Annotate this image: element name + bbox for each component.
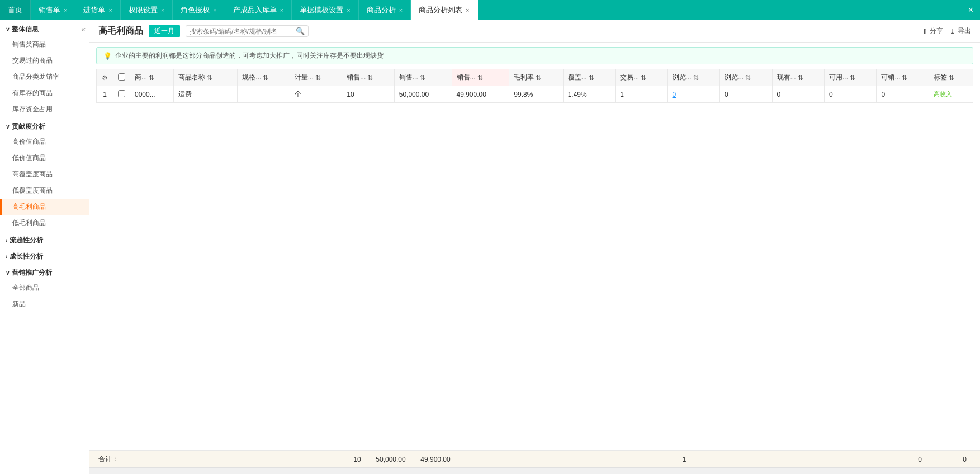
col-spec[interactable]: 规格...⇅ (238, 69, 290, 86)
footer-sales-amount: 50,000.00 (366, 456, 410, 463)
row-available-stock: 0 (825, 86, 877, 103)
sidebar-item-high-value[interactable]: 高价值商品 (0, 134, 89, 150)
nav-analysis[interactable]: 商品分析 × (359, 0, 411, 20)
data-table: ⚙ 商...⇅ 商品名称⇅ 规 (96, 69, 973, 103)
arrow-growth: › (6, 254, 7, 260)
col-unit[interactable]: 计量...⇅ (290, 69, 342, 86)
search-input[interactable] (190, 27, 296, 35)
sidebar-item-in-stock[interactable]: 有库存的商品 (0, 85, 89, 101)
info-banner: 💡 企业的主要的利润都是这部分商品创造的，可考虑加大推广，同时关注库存是不要出现… (96, 47, 973, 64)
info-text: 企业的主要的利润都是这部分商品创造的，可考虑加大推广，同时关注库存是不要出现缺货 (115, 51, 384, 60)
sidebar-item-category-rate[interactable]: 商品分类助销率 (0, 69, 89, 85)
row-index: 1 (97, 86, 113, 103)
row-unit: 个 (290, 86, 342, 103)
close-analysis-list[interactable]: × (466, 7, 469, 13)
close-all-tabs[interactable]: × (962, 0, 980, 20)
col-current-stock[interactable]: 现有...⇅ (772, 69, 824, 86)
close-template[interactable]: × (347, 7, 350, 13)
sidebar-item-low-coverage[interactable]: 低覆盖度商品 (0, 182, 89, 199)
close-purchase[interactable]: × (108, 7, 112, 13)
nav-analysis-list[interactable]: 商品分析列表 × (411, 0, 477, 20)
footer-current-stock: 0 (882, 456, 926, 463)
footer-label: 合计： (98, 454, 119, 464)
close-permissions[interactable]: × (161, 7, 164, 13)
col-available-stock[interactable]: 可用...⇅ (825, 69, 877, 86)
col-transaction[interactable]: 交易...⇅ (616, 69, 667, 86)
arrow-overall: ∨ (6, 26, 10, 32)
col-browse2[interactable]: 浏览...⇅ (720, 69, 772, 86)
nav-home[interactable]: 首页 (0, 0, 31, 20)
sidebar-item-new-goods[interactable]: 新品 (0, 296, 89, 312)
footer-available-stock: 0 (926, 456, 971, 463)
sidebar-collapse-btn[interactable]: « (81, 25, 86, 34)
sidebar-item-high-coverage[interactable]: 高覆盖度商品 (0, 166, 89, 182)
sidebar-group-trend[interactable]: › 流趋性分析 (0, 231, 89, 247)
close-analysis[interactable]: × (399, 7, 403, 13)
main-layout: « ∨ 整体信息 销售类商品 交易过的商品 商品分类助销率 有库存的商品 库存资… (0, 20, 980, 474)
nav-sales[interactable]: 销售单 × (31, 0, 75, 20)
footer-sales-qty: 10 (321, 456, 366, 463)
search-box: 🔍 (186, 25, 309, 37)
sidebar-group-contribution[interactable]: ∨ 贡献度分析 (0, 118, 89, 134)
sidebar-group-growth[interactable]: › 成长性分析 (0, 247, 89, 264)
sidebar-item-high-margin[interactable]: 高毛利商品 (0, 199, 89, 215)
close-warehouse[interactable]: × (280, 7, 283, 13)
sidebar-group-overall[interactable]: ∨ 整体信息 (0, 20, 89, 36)
horizontal-scrollbar[interactable] (89, 467, 980, 474)
row-select-checkbox[interactable] (118, 90, 125, 97)
info-icon: 💡 (103, 52, 112, 60)
tag-label: 高收入 (934, 91, 952, 97)
sidebar-item-low-margin[interactable]: 低毛利商品 (0, 215, 89, 231)
row-sales-profit: 49,900.00 (452, 86, 509, 103)
nav-purchase[interactable]: 进货单 × (75, 0, 120, 20)
row-transaction: 1 (616, 86, 667, 103)
content-header: 高毛利商品 近一月 🔍 ⬆ 分享 ⤓ 导出 (89, 20, 980, 43)
table-header-row: ⚙ 商...⇅ 商品名称⇅ 规 (97, 69, 973, 86)
share-icon: ⬆ (922, 27, 927, 35)
col-sales-qty[interactable]: 销售...⇅ (342, 69, 394, 86)
row-coverage: 1.49% (563, 86, 615, 103)
arrow-contribution: ∨ (6, 124, 10, 130)
nav-permissions[interactable]: 权限设置 × (121, 0, 173, 20)
close-roles[interactable]: × (213, 7, 216, 13)
search-icon[interactable]: 🔍 (296, 27, 305, 35)
col-settings[interactable]: ⚙ (97, 69, 113, 86)
row-current-stock: 0 (772, 86, 824, 103)
row-checkbox (113, 86, 130, 103)
col-code[interactable]: 商...⇅ (130, 69, 174, 86)
nav-warehouse[interactable]: 产成品入库单 × (225, 0, 292, 20)
row-sales-amount: 50,000.00 (394, 86, 452, 103)
sidebar-item-low-value[interactable]: 低价值商品 (0, 150, 89, 166)
sidebar-item-all-goods[interactable]: 全部商品 (0, 280, 89, 296)
arrow-trend: › (6, 237, 7, 243)
row-gross-rate: 99.8% (509, 86, 563, 103)
row-tag: 高收入 (929, 86, 973, 103)
col-checkbox (113, 69, 130, 86)
col-tag[interactable]: 标签⇅ (929, 69, 973, 86)
top-nav: 首页 销售单 × 进货单 × 权限设置 × 角色授权 × 产成品入库单 × 单据… (0, 0, 980, 20)
row-browse1[interactable]: 0 (667, 86, 719, 103)
col-sales-amount[interactable]: 销售...⇅ (394, 69, 452, 86)
col-sales-profit[interactable]: 销售...⇅ (452, 69, 509, 86)
col-gross-rate[interactable]: 毛利率⇅ (509, 69, 563, 86)
sidebar-item-sales-goods[interactable]: 销售类商品 (0, 36, 89, 53)
col-browse1[interactable]: 浏览...⇅ (667, 69, 719, 86)
nav-roles[interactable]: 角色授权 × (173, 0, 225, 20)
sidebar-group-marketing[interactable]: ∨ 营销推广分析 (0, 264, 89, 280)
header-actions: ⬆ 分享 ⤓ 导出 (922, 26, 971, 36)
filter-recent-month-btn[interactable]: 近一月 (149, 25, 180, 37)
select-all-checkbox[interactable] (118, 73, 125, 81)
sidebar-item-stock-capital[interactable]: 库存资金占用 (0, 101, 89, 118)
nav-template[interactable]: 单据模板设置 × (292, 0, 358, 20)
export-btn[interactable]: ⤓ 导出 (950, 26, 971, 36)
sidebar: « ∨ 整体信息 销售类商品 交易过的商品 商品分类助销率 有库存的商品 库存资… (0, 20, 89, 474)
row-spec (238, 86, 290, 103)
share-btn[interactable]: ⬆ 分享 (922, 26, 943, 36)
col-sellable-stock[interactable]: 可销...⇅ (877, 69, 929, 86)
close-sales[interactable]: × (64, 7, 67, 13)
col-coverage[interactable]: 覆盖...⇅ (563, 69, 615, 86)
col-name[interactable]: 商品名称⇅ (174, 69, 238, 86)
footer-transaction: 1 (646, 456, 690, 463)
row-name: 运费 (174, 86, 238, 103)
sidebar-item-traded-goods[interactable]: 交易过的商品 (0, 53, 89, 69)
